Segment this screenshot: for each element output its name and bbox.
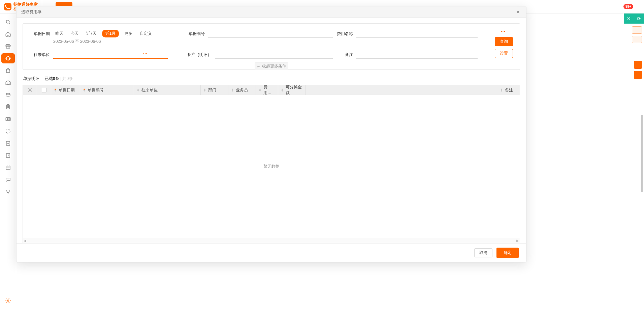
list-header: 单据明细 已选0条 | 共0条: [23, 76, 519, 82]
modal-title: 选取费用单: [21, 9, 41, 15]
chip-custom[interactable]: 自定义: [138, 30, 154, 37]
table-body-empty: 暂无数据: [23, 95, 520, 238]
modal-header: 选取费用单 ✕: [17, 6, 526, 18]
filter-date-label: 单据日期: [30, 30, 53, 37]
chip-seven[interactable]: 近7天: [84, 30, 99, 37]
checkbox-icon: [42, 88, 46, 92]
list-section-title: 单据明细: [23, 76, 39, 82]
filter-remark-detail-label: 备注（明细）: [185, 51, 215, 58]
date-range-text: 2023-05-06 至 2023-06-06: [53, 39, 185, 45]
column-settings-button[interactable]: [23, 85, 37, 95]
svg-point-25: [29, 89, 31, 91]
chip-today[interactable]: 今天: [69, 30, 81, 37]
sort-icon: [203, 88, 206, 92]
col-biz[interactable]: 业务员: [228, 85, 256, 95]
chip-more[interactable]: 更多: [122, 30, 134, 37]
sel-count: 0: [53, 76, 55, 81]
modal-footer: 取消 确定: [17, 243, 526, 262]
result-table: 单据日期 单据编号 往来单位 部门: [23, 85, 520, 243]
sort-icon: [137, 88, 139, 92]
filter-unit-input[interactable]: [53, 51, 168, 59]
sort-icon: [231, 88, 234, 92]
modal-close-button[interactable]: ✕: [515, 9, 521, 16]
filter-more-icon[interactable]: ···: [501, 29, 507, 34]
chip-one-month[interactable]: 近1月: [102, 30, 119, 37]
scroll-left-icon[interactable]: ◀: [23, 238, 27, 243]
date-chip-group: 昨天 今天 近7天 近1月 更多 自定义: [53, 30, 185, 37]
filter-panel: ··· 查询 设置 单据日期 昨天 今天 近7天 近1月 更: [23, 23, 520, 70]
table-head: 单据日期 单据编号 往来单位 部门: [23, 85, 520, 95]
filter-unit-picker-icon[interactable]: ···: [143, 51, 148, 56]
filter-docno-input[interactable]: [208, 30, 333, 38]
col-remark[interactable]: 备注: [306, 85, 520, 95]
sel-prefix: 已选: [45, 76, 53, 81]
scroll-right-icon[interactable]: ▶: [516, 238, 520, 243]
sort-icon: [54, 88, 57, 92]
filter-docno-label: 单据编号: [185, 30, 208, 37]
select-all-checkbox[interactable]: [37, 85, 51, 95]
col-dept-label: 部门: [208, 87, 216, 93]
col-unit-label: 往来单位: [141, 87, 158, 93]
col-date[interactable]: 单据日期: [51, 85, 80, 95]
table-hscroll[interactable]: ◀ ▶: [23, 238, 520, 243]
selection-info: 已选0条 | 共0条: [45, 76, 73, 82]
chip-yesterday[interactable]: 昨天: [53, 30, 65, 37]
filter-remark-input[interactable]: [356, 51, 478, 59]
sel-suffix: 条: [55, 76, 59, 81]
collapse-filters-button[interactable]: ︽ 收起更多条件: [255, 62, 288, 70]
col-docno-label: 单据编号: [88, 87, 104, 93]
filter-unit-label: 往来单位: [30, 51, 53, 58]
col-fee[interactable]: 费用…: [256, 85, 278, 95]
total-text: 共0条: [62, 76, 73, 81]
col-dept[interactable]: 部门: [201, 85, 228, 95]
sort-icon: [281, 88, 284, 92]
sort-icon: [83, 88, 86, 92]
filter-action-column: ··· 查询 设置: [495, 29, 513, 58]
cancel-button[interactable]: 取消: [474, 248, 492, 257]
col-date-label: 单据日期: [59, 87, 75, 93]
col-share[interactable]: 可分摊金额: [278, 85, 306, 95]
chevron-up-icon: ︽: [257, 63, 261, 69]
filter-feename-label: 费用名称: [333, 30, 356, 37]
ok-button[interactable]: 确定: [496, 248, 519, 258]
col-fee-label: 费用…: [263, 84, 275, 96]
col-unit[interactable]: 往来单位: [134, 85, 201, 95]
collapse-label: 收起更多条件: [262, 63, 286, 69]
sort-icon: [500, 88, 503, 92]
sort-icon: [259, 88, 261, 92]
filter-remark-label: 备注: [333, 51, 356, 58]
col-docno[interactable]: 单据编号: [80, 85, 134, 95]
filter-feename-input[interactable]: [356, 30, 478, 38]
settings-button[interactable]: 设置: [495, 49, 513, 58]
col-remark-label: 备注: [505, 87, 513, 93]
query-button[interactable]: 查询: [495, 37, 513, 46]
col-biz-label: 业务员: [236, 87, 248, 93]
filter-remark-detail-input[interactable]: [215, 51, 333, 59]
empty-text: 暂无数据: [263, 164, 280, 169]
gear-icon: [28, 88, 32, 92]
select-fee-modal: 选取费用单 ✕ ··· 查询 设置 单据日期 昨天 今天: [16, 6, 526, 262]
col-share-label: 可分摊金额: [286, 84, 303, 96]
modal-overlay: 选取费用单 ✕ ··· 查询 设置 单据日期 昨天 今天: [0, 0, 644, 309]
